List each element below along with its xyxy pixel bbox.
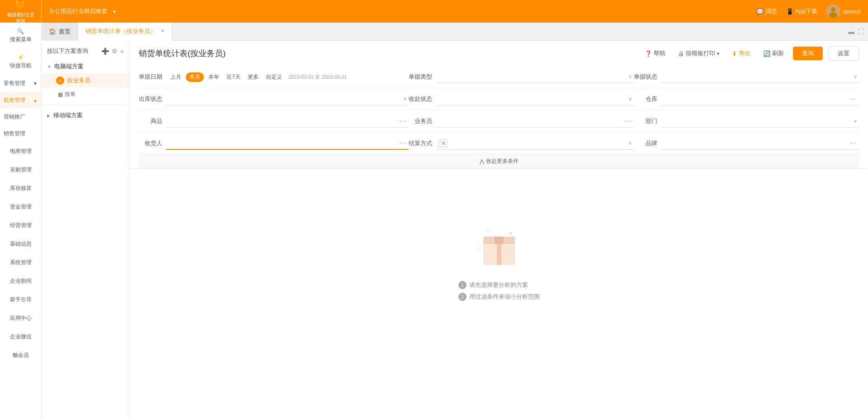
quicknav-icon: ⚡	[17, 54, 24, 61]
left-panel: 按以下方案查询 ➕ ⚙ « ▼ 电脑端方案 ✓ 按业务员 ▦ 按单	[42, 41, 130, 418]
query-button[interactable]: 查询	[793, 47, 823, 60]
filter-dept: 部门 ∨	[634, 115, 859, 128]
goods-control[interactable]: ···	[166, 115, 409, 128]
scheme-mobile[interactable]: ▶ 移动端方案	[42, 109, 129, 122]
filter-brand: 品牌 ···	[634, 137, 859, 150]
export-button[interactable]: ⬇ 导出	[728, 48, 754, 59]
sidebar-item-retail[interactable]: 零售管理 ▼	[0, 75, 41, 92]
page-actions: ❓ 帮助 🖨 按模板打印 ▾ ⬇ 导出 🔄	[641, 46, 859, 61]
receipt-status-label: 收款状态	[409, 95, 436, 103]
last-7-days-btn[interactable]: 近7天	[224, 72, 243, 82]
edit-scheme-button[interactable]: ⚙	[112, 48, 118, 55]
help-button[interactable]: ❓ 帮助	[641, 48, 669, 59]
settlement-tag-close[interactable]: ✕	[441, 140, 446, 147]
warehouse-label: 仓库	[634, 95, 661, 103]
doc-status-control[interactable]: ∨	[661, 71, 859, 83]
tab-home[interactable]: 🏠 首页	[42, 23, 78, 41]
home-icon: 🏠	[49, 28, 56, 35]
date-range-control[interactable]: 上月 本月 本年 近7天 更多 自定义 2023-03-01 至 2023-03…	[166, 71, 409, 83]
filter-form: 单据日期 上月 本月 本年 近7天 更多 自定义 2023-03-01 至 20…	[139, 66, 859, 154]
sidebar-item-appstore[interactable]: 应用中心	[0, 309, 41, 328]
collapse-panel-button[interactable]: «	[120, 48, 124, 55]
settings-button[interactable]: 设置	[828, 46, 859, 61]
sidebar-item-enterprise[interactable]: 企业协同	[0, 272, 41, 290]
filter-doc-status: 单据状态 ∨	[634, 71, 859, 83]
minimize-icon[interactable]: ▬	[848, 28, 854, 35]
sidebar-item-marketing[interactable]: 营销推广	[0, 109, 41, 125]
sidebar: 🧡 畅捷通好生意 标版 🔍 搜索菜单 ⚡ 快捷导航 零售管理 ▼ 批发管理 ▲ …	[0, 0, 42, 418]
date-range-text: 2023-03-01 至 2023-03-31	[288, 74, 347, 81]
chevron-down-icon: ∨	[628, 96, 632, 102]
sidebar-item-ecommerce[interactable]: 电商管理	[0, 142, 41, 161]
panel-icons: ➕ ⚙ «	[101, 48, 124, 55]
tip-num-2: 2	[458, 293, 467, 301]
logo: 🧡 畅捷通好生意 标版	[0, 0, 41, 23]
collapse-button[interactable]: ⋀ 收起更多条件	[139, 154, 859, 168]
receipt-status-control[interactable]: ∨	[436, 93, 634, 105]
search-icon: 🔍	[17, 28, 24, 34]
sidebar-item-newuser[interactable]: 新手引导	[0, 290, 41, 309]
filter-salesperson: 业务员 ···	[409, 115, 634, 128]
brand-label: 品牌	[634, 139, 661, 147]
this-year-btn[interactable]: 本年	[206, 72, 222, 82]
settlement-tag: ✕	[438, 139, 448, 147]
chevron-down-icon: ∨	[403, 96, 407, 102]
avatar	[826, 5, 840, 18]
sidebar-quicknav[interactable]: ⚡ 快捷导航	[0, 49, 41, 75]
page-title: 销货单统计表(按业务员)	[139, 48, 226, 59]
this-month-btn[interactable]: 本月	[186, 72, 204, 82]
right-panel: 销货单统计表(按业务员) ❓ 帮助 🖨 按模板打印 ▾ ⬇	[130, 41, 868, 418]
warehouse-control[interactable]: ···	[661, 93, 859, 105]
filter-row-4: 收货人 ··· 结算方式 ✕	[139, 133, 859, 154]
user-menu[interactable]: demo2	[826, 5, 861, 18]
active-scheme-dot: ✓	[56, 76, 64, 85]
salesperson-label: 业务员	[409, 117, 436, 125]
sidebar-item-basic[interactable]: 基础信息	[0, 235, 41, 253]
filter-consignee: 收货人 ···	[139, 137, 409, 150]
sidebar-item-system[interactable]: 系统管理	[0, 253, 41, 272]
consignee-control[interactable]: ···	[166, 137, 409, 150]
sidebar-item-operation[interactable]: 经营管理	[0, 216, 41, 235]
scheme-by-order[interactable]: ▦ 按单	[42, 88, 129, 101]
chevron-down-icon: ∨	[854, 118, 857, 124]
refresh-button[interactable]: 🔄 刷新	[760, 48, 788, 59]
sidebar-item-inventory[interactable]: 库存核算	[0, 179, 41, 198]
empty-state: 1 请先选择要分析的方案 2 用过滤条件来缩小分析范围	[130, 169, 868, 350]
out-status-control[interactable]: ∨	[166, 93, 409, 105]
filter-row-2: 出库状态 ∨ 收款状态 ∨ 仓库	[139, 88, 859, 110]
scheme-by-salesperson[interactable]: ✓ 按业务员	[42, 73, 129, 88]
app-download-button[interactable]: 📱 App下载	[786, 7, 817, 15]
dropdown-icon[interactable]: ▾	[113, 8, 116, 15]
content: 按以下方案查询 ➕ ⚙ « ▼ 电脑端方案 ✓ 按业务员 ▦ 按单	[42, 41, 868, 418]
sidebar-item-wholesale[interactable]: 批发管理 ▲	[0, 92, 41, 109]
main-content: 1 请先选择要分析的方案 2 用过滤条件来缩小分析范围	[130, 169, 868, 418]
doc-type-control[interactable]: ∨	[436, 71, 634, 83]
prev-month-btn[interactable]: 上月	[168, 72, 184, 82]
sidebar-search[interactable]: 🔍 搜索菜单	[0, 23, 41, 49]
consignee-input[interactable]	[168, 139, 400, 147]
brand-control[interactable]: ···	[661, 137, 859, 150]
message-button[interactable]: 💬 消息	[756, 7, 777, 15]
tab-sales-stats[interactable]: 销货单统计表（按业务员） ✕	[78, 23, 172, 41]
maximize-icon[interactable]: ⛶	[858, 28, 864, 35]
filter-warehouse: 仓库 ···	[634, 93, 859, 105]
dept-control[interactable]: ∨	[661, 115, 859, 128]
sidebar-item-finance[interactable]: 资金管理	[0, 198, 41, 216]
sidebar-item-sales[interactable]: 销售管理	[0, 125, 41, 142]
more-btn[interactable]: 更多	[245, 72, 261, 82]
sidebar-item-member[interactable]: 畅会员	[0, 346, 41, 365]
message-icon: 💬	[756, 8, 764, 15]
scheme-desktop[interactable]: ▼ 电脑端方案	[42, 60, 129, 73]
add-scheme-button[interactable]: ➕	[101, 48, 109, 55]
salesperson-control[interactable]: ···	[436, 115, 634, 128]
sidebar-item-wechat[interactable]: 企业微信	[0, 328, 41, 346]
date-label: 单据日期	[139, 73, 166, 81]
topbar-right: 💬 消息 📱 App下载 demo2	[756, 5, 861, 18]
sidebar-item-purchase[interactable]: 采购管理	[0, 161, 41, 179]
custom-btn[interactable]: 自定义	[263, 72, 285, 82]
tip-num-1: 1	[458, 281, 467, 289]
doc-status-label: 单据状态	[634, 73, 661, 81]
settlement-control[interactable]: ✕ ∨	[436, 137, 634, 150]
print-button[interactable]: 🖨 按模板打印 ▾	[675, 48, 723, 59]
tab-close-button[interactable]: ✕	[160, 28, 165, 34]
